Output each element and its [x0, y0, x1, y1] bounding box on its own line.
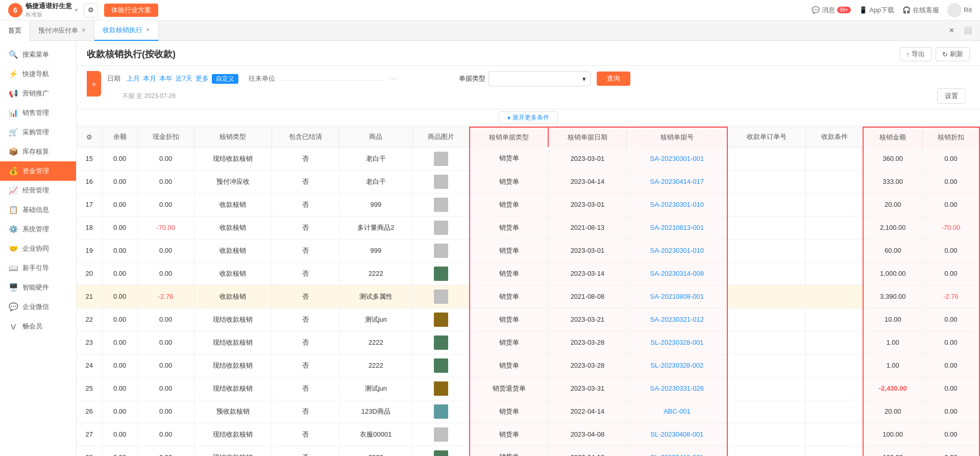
- cancel-bill-no-link[interactable]: SA-20230301-010: [650, 201, 704, 208]
- sidebar-item-marketing[interactable]: 📢 营销推广: [0, 84, 76, 103]
- this-year-btn[interactable]: 本年: [159, 74, 173, 83]
- cancel-bill-no-link[interactable]: SA-20230331-026: [650, 385, 704, 392]
- cell-cancel-bill-no: SA-20230331-026: [627, 377, 728, 400]
- table-row: 24 0.00 0.00 现结收款核销 否 2222 销货单 2023-03-2…: [77, 354, 979, 377]
- user-menu[interactable]: Rit: [947, 3, 972, 17]
- export-icon: ↑: [906, 51, 910, 58]
- cell-cancel-bill-no: SL-20230408-001: [627, 423, 728, 446]
- sidebar-item-member[interactable]: V 畅会员: [0, 317, 76, 336]
- tab-home[interactable]: 首页: [0, 20, 30, 41]
- cancel-bill-no-link[interactable]: SA-20230301-010: [650, 247, 704, 254]
- cancel-bill-no-link[interactable]: SA-20230314-008: [650, 270, 704, 277]
- cell-cash-discount: 0.00: [137, 377, 194, 400]
- sidebar-item-wechat[interactable]: 💬 企业微信: [0, 297, 76, 317]
- sidebar-item-enterprise[interactable]: 🤝 企业协同: [0, 239, 76, 258]
- cancel-bill-no-link[interactable]: SA-20230321-012: [650, 316, 704, 323]
- cancel-bill-no-link[interactable]: SA-20210813-001: [650, 224, 704, 231]
- single-type-select[interactable]: ▾: [488, 71, 591, 86]
- sidebar-item-inventory[interactable]: 📦 库存核算: [0, 142, 76, 161]
- purchase-icon: 🛒: [8, 128, 18, 137]
- cell-goods-img: [412, 147, 470, 170]
- online-service-button[interactable]: 🎧 在线客服: [902, 6, 939, 15]
- last7-btn[interactable]: 近7天: [176, 74, 192, 83]
- tab-prepay[interactable]: 预付冲应付单 ✕: [30, 20, 94, 41]
- expand-more-button[interactable]: ▾ 展开更多条件: [499, 111, 558, 124]
- col-balance: 余额: [102, 127, 137, 147]
- refresh-button[interactable]: ↻ 刷新: [936, 47, 970, 61]
- cell-cash-discount: 0.00: [137, 308, 194, 331]
- export-button[interactable]: ↑ 导出: [900, 47, 932, 61]
- tab-receipt-cancel[interactable]: 收款核销执行 ✕: [94, 20, 159, 41]
- from-unit-dots[interactable]: ···: [389, 75, 398, 82]
- cancel-bill-no-link[interactable]: SA-20210808-001: [650, 293, 704, 300]
- cell-no: 17: [77, 193, 102, 216]
- cell-cancel-bill-no: SA-20230314-008: [627, 262, 728, 285]
- settings-gear-button[interactable]: ⚙: [84, 3, 98, 17]
- sidebar-item-hardware[interactable]: 🖥️ 智能硬件: [0, 278, 76, 297]
- close-tab-button[interactable]: ✕: [945, 25, 958, 37]
- cancel-bill-no-link[interactable]: SA-20230414-017: [650, 178, 704, 185]
- cell-balance: 0.00: [102, 285, 137, 308]
- cell-goods: 测试jun: [339, 377, 412, 400]
- notifications-button[interactable]: 💬 消息 99+: [812, 6, 851, 15]
- cell-receipt-order-no: [727, 331, 806, 354]
- query-button[interactable]: 查询: [597, 71, 630, 86]
- cell-goods: 999: [339, 239, 412, 262]
- tab-receipt-cancel-close-icon[interactable]: ✕: [145, 27, 150, 33]
- table-header-row: ⚙ 余额 现金折扣 核销类型 包含已结清 商品 商品图片 核销单据类型 核销单据…: [77, 127, 979, 147]
- brand-dropdown-arrow[interactable]: ▾: [75, 7, 78, 13]
- sidebar-item-purchase[interactable]: 🛒 采购管理: [0, 123, 76, 142]
- sidebar-item-operations[interactable]: 📈 经营管理: [0, 181, 76, 200]
- nav-tabs-bar: 首页 预付冲应付单 ✕ 收款核销执行 ✕ ✕ ⬜: [0, 20, 980, 41]
- cell-receipt-order-no: [727, 216, 806, 239]
- setting-button[interactable]: 设置: [937, 88, 966, 104]
- cell-cancel-amount: 60.00: [863, 239, 922, 262]
- sidebar-item-guide[interactable]: 📖 新手引导: [0, 258, 76, 278]
- col-settings[interactable]: ⚙: [77, 127, 102, 147]
- cancel-bill-no-link[interactable]: SL-20230328-002: [650, 362, 703, 369]
- table-row: 25 0.00 0.00 现结收款核销 否 测试jun 销货退货单 2023-0…: [77, 377, 979, 400]
- col-cancel-bill-date: 核销单据日期: [548, 127, 627, 147]
- sidebar-item-search[interactable]: 🔍 搜索菜单: [0, 45, 76, 64]
- cell-no: 26: [77, 400, 102, 423]
- cell-balance: 0.00: [102, 147, 137, 170]
- this-month-btn[interactable]: 本月: [143, 74, 156, 83]
- sidebar-item-system[interactable]: ⚙️ 系统管理: [0, 220, 76, 239]
- cell-cancel-bill-date: 2023-04-08: [548, 423, 627, 446]
- cancel-bill-no-link[interactable]: SA-20230301-001: [650, 155, 704, 162]
- cancel-bill-no-link[interactable]: ABC-001: [664, 407, 691, 415]
- cancel-bill-no-link[interactable]: SL-20230418-001: [650, 453, 703, 456]
- cell-include-settled: 否: [272, 147, 339, 170]
- cell-balance: 0.00: [102, 239, 137, 262]
- more-date-btn[interactable]: 更多: [195, 74, 209, 83]
- goods-thumbnail: [434, 267, 448, 281]
- cell-cancel-discount: 0.00: [922, 400, 979, 423]
- sidebar-item-basic-info[interactable]: 📋 基础信息: [0, 200, 76, 220]
- cell-include-settled: 否: [272, 262, 339, 285]
- sidebar-item-shortcuts[interactable]: ⚡ 快捷导航: [0, 64, 76, 84]
- app-download-button[interactable]: 📱 App下载: [859, 6, 894, 15]
- sidebar-item-finance[interactable]: 💰 资金管理: [0, 161, 76, 181]
- cell-cancel-bill-no: SL-20230328-001: [627, 331, 728, 354]
- cell-balance: 0.00: [102, 331, 137, 354]
- cell-cancel-discount: 0.00: [922, 377, 979, 400]
- custom-date-btn[interactable]: 自定义: [212, 74, 238, 84]
- sidebar-marketing-label: 营销推广: [22, 89, 49, 98]
- cancel-bill-no-link[interactable]: SL-20230328-001: [650, 339, 703, 346]
- table-row: 28 0.00 0.00 现结收款核销 否 2222 销货单 2023-04-1…: [77, 446, 979, 456]
- sidebar-item-sales[interactable]: 📊 销售管理: [0, 103, 76, 123]
- cancel-bill-no-link[interactable]: SL-20230408-001: [650, 430, 703, 438]
- cell-cancel-discount: 0.00: [922, 239, 979, 262]
- cell-cancel-bill-no: SL-20230418-001: [627, 446, 728, 456]
- cell-cash-discount: 0.00: [137, 170, 194, 193]
- cell-goods: 2222: [339, 331, 412, 354]
- last-month-btn[interactable]: 上月: [127, 74, 140, 83]
- industry-solution-button[interactable]: 体验行业方案: [104, 4, 158, 17]
- app-download-label: App下载: [869, 6, 894, 15]
- cell-balance: 0.00: [102, 400, 137, 423]
- cell-include-settled: 否: [272, 193, 339, 216]
- cell-receipt-condition: [806, 400, 863, 423]
- tab-prepay-close-icon[interactable]: ✕: [81, 27, 86, 34]
- maximize-button[interactable]: ⬜: [962, 25, 974, 37]
- collapse-filter-button[interactable]: »: [87, 71, 101, 97]
